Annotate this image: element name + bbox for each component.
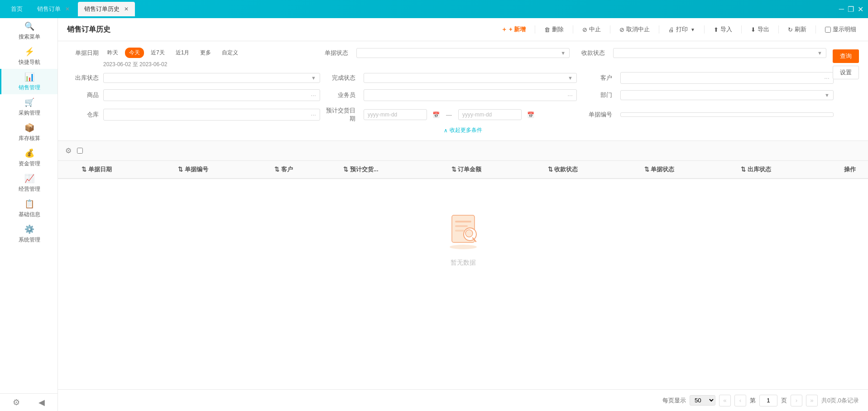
query-button[interactable]: 查询	[833, 49, 859, 63]
import-button[interactable]: ⬆ 导入	[711, 24, 735, 35]
th-bill-no[interactable]: ⇅ 单据编号	[173, 161, 269, 179]
bill-status-col: 单据状态 ▼	[317, 48, 570, 58]
export-button[interactable]: ⬇ 导出	[748, 24, 772, 35]
sidebar-item-operations[interactable]: 📈 经营管理	[0, 170, 58, 196]
complete-status-label: 完成状态	[324, 74, 360, 82]
th-bill-date[interactable]: ⇅ 单据日期	[76, 161, 173, 179]
calendar-from-icon[interactable]: 📅	[432, 111, 440, 118]
sidebar-settings-icon[interactable]: ⚙	[13, 397, 20, 407]
tab-sales-order-history[interactable]: 销售订单历史 ✕	[78, 2, 135, 16]
print-button[interactable]: 🖨 打印 ▼	[666, 24, 698, 35]
th-customer[interactable]: ⇅ 客户	[269, 161, 338, 179]
expected-date-from-input[interactable]: yyyy-mm-dd	[364, 109, 427, 120]
customer-input[interactable]: ···	[620, 72, 834, 84]
sidebar-collapse-icon[interactable]: ◀	[38, 397, 45, 407]
bill-no-col: 单据编号	[580, 111, 834, 119]
per-page-label: 每页显示	[662, 396, 686, 405]
sidebar-item-inventory[interactable]: 📦 库存核算	[0, 120, 58, 145]
empty-text: 暂无数据	[451, 259, 476, 267]
th-expected-delivery[interactable]: ⇅ 预计交货...	[338, 161, 446, 179]
restore-btn[interactable]: ❐	[848, 5, 854, 14]
per-page-select[interactable]: 10 20 50 100	[690, 395, 715, 406]
date-btn-7days[interactable]: 近7天	[147, 48, 169, 58]
salesperson-input[interactable]: ···	[364, 89, 577, 101]
bill-status-select[interactable]: ▼	[356, 48, 570, 58]
close-tab-sales-order[interactable]: ✕	[65, 6, 70, 12]
th-order-amount[interactable]: ⇅ 订单金额	[446, 161, 542, 179]
print-icon: 🖨	[668, 26, 674, 33]
complete-status-col: 完成状态 ▼	[324, 73, 577, 83]
salesperson-dots-icon[interactable]: ···	[567, 92, 573, 99]
close-btn[interactable]: ✕	[858, 5, 863, 14]
svg-rect-2	[455, 221, 471, 222]
content-area: 销售订单历史 ＋ + 新增 🗑 删除 ⊘ 中止 ⊘	[58, 18, 868, 411]
tab-sales-order[interactable]: 销售订单 ✕	[31, 2, 76, 16]
warehouse-input[interactable]: ···	[103, 109, 320, 121]
expected-date-to-input[interactable]: yyyy-mm-dd	[458, 109, 522, 120]
window-controls: ─ ❐ ✕	[839, 5, 863, 14]
payment-status-select[interactable]: ▼	[613, 48, 826, 58]
dept-select[interactable]: ▼	[620, 90, 834, 100]
sidebar-item-purchase-mgmt[interactable]: 🛒 采购管理	[0, 94, 58, 120]
date-btn-today[interactable]: 今天	[125, 48, 144, 58]
minimize-btn[interactable]: ─	[839, 5, 844, 13]
cancel-stop-button[interactable]: ⊘ 取消中止	[617, 24, 652, 35]
date-btn-yesterday[interactable]: 昨天	[103, 48, 122, 58]
page-input[interactable]	[759, 395, 777, 406]
sidebar-item-sales-mgmt[interactable]: 📊 销售管理	[0, 69, 58, 94]
outbound-status-select[interactable]: ▼	[103, 73, 320, 83]
sidebar-item-search-menu[interactable]: 🔍 搜索菜单	[0, 18, 58, 44]
calendar-to-icon[interactable]: 📅	[527, 111, 534, 118]
svg-point-6	[465, 230, 473, 237]
collapse-filter-bar[interactable]: ∧ 收起更多条件	[67, 126, 859, 134]
print-arrow-icon: ▼	[691, 27, 695, 32]
th-payment-status[interactable]: ⇅ 收款状态	[542, 161, 639, 179]
set-button[interactable]: 设置	[833, 66, 859, 79]
filter-section: 单据日期 昨天 今天 近7天 近1月 更多 自定义	[58, 41, 868, 141]
filter-row-date: 单据日期 昨天 今天 近7天 近1月 更多 自定义	[67, 48, 826, 58]
top-bar: 首页 销售订单 ✕ 销售订单历史 ✕ ─ ❐ ✕	[0, 0, 868, 18]
table-select-all-checkbox[interactable]	[77, 148, 83, 154]
date-filter-label: 单据日期	[67, 49, 103, 57]
next-page-button[interactable]: ›	[791, 395, 802, 406]
th-bill-status[interactable]: ⇅ 单据状态	[639, 161, 735, 179]
payment-status-col: 收款状态 ▼	[573, 48, 826, 58]
date-btn-1month[interactable]: 近1月	[172, 48, 194, 58]
prev-page-button[interactable]: ‹	[734, 395, 746, 406]
import-icon: ⬆	[714, 26, 719, 33]
date-btn-custom[interactable]: 自定义	[218, 48, 242, 58]
stop-button[interactable]: ⊘ 中止	[580, 24, 604, 35]
filter-row-outbound: 出库状态 ▼ 完成状态 ▼	[67, 72, 826, 84]
display-cols-checkbox[interactable]	[825, 27, 831, 33]
page-header: 销售订单历史 ＋ + 新增 🗑 删除 ⊘ 中止 ⊘	[58, 18, 868, 41]
th-outbound-status[interactable]: ⇅ 出库状态	[735, 161, 832, 179]
sidebar-item-sys-mgmt[interactable]: ⚙️ 系统管理	[0, 221, 58, 247]
sidebar-item-quick-nav[interactable]: ⚡ 快捷导航	[0, 44, 58, 69]
bill-no-input[interactable]	[620, 112, 834, 117]
first-page-button[interactable]: «	[719, 395, 731, 406]
last-page-button[interactable]: »	[806, 395, 818, 406]
table-header: ⇅ 单据日期 ⇅ 单据编号 ⇅ 客户	[58, 161, 868, 179]
display-cols-toggle[interactable]: 显示明细	[822, 24, 859, 35]
refresh-icon: ↻	[788, 26, 793, 33]
sidebar-item-finance[interactable]: 💰 资金管理	[0, 145, 58, 170]
sidebar-item-basic-info[interactable]: 📋 基础信息	[0, 196, 58, 221]
sales-mgmt-icon: 📊	[24, 72, 34, 82]
add-button[interactable]: ＋ + 新增	[499, 24, 528, 35]
date-range-text: 2023-06-02 至 2023-06-02	[103, 61, 167, 68]
warehouse-dots-icon[interactable]: ···	[311, 111, 316, 118]
page-title: 销售订单历史	[67, 25, 110, 34]
dept-label: 部门	[580, 91, 617, 99]
tab-home[interactable]: 首页	[5, 2, 29, 16]
complete-status-select[interactable]: ▼	[364, 73, 577, 83]
product-dots-icon[interactable]: ···	[311, 92, 316, 99]
refresh-button[interactable]: ↻ 刷新	[785, 24, 809, 35]
empty-state: 暂无数据	[58, 179, 868, 294]
date-btn-more[interactable]: 更多	[196, 48, 215, 58]
filter-row-product: 商品 ··· 业务员 ···	[67, 89, 826, 101]
empty-illustration	[441, 206, 486, 251]
table-settings-icon[interactable]: ⚙	[65, 146, 72, 155]
close-tab-sales-order-history[interactable]: ✕	[124, 6, 129, 12]
delete-button[interactable]: 🗑 删除	[542, 24, 566, 35]
product-input[interactable]: ···	[103, 89, 320, 101]
